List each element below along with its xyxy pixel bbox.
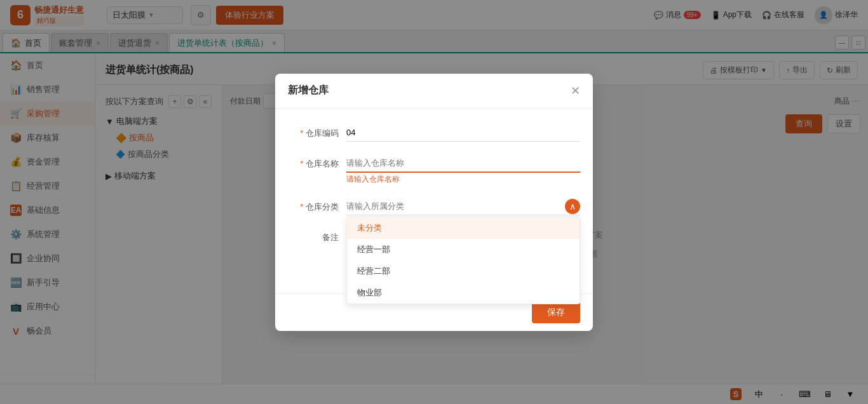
warehouse-category-control: ∧ 未分类 经营一部 经营二部 物业部 <box>346 198 580 215</box>
warehouse-code-label: 仓库编码 <box>288 124 339 139</box>
dropdown-item-dept3[interactable]: 物业部 <box>347 282 580 304</box>
notes-label: 备注 <box>288 228 339 243</box>
warehouse-code-input[interactable] <box>346 124 580 142</box>
modal-title: 新增仓库 <box>288 84 329 97</box>
dropdown-item-unclassified[interactable]: 未分类 <box>347 217 580 239</box>
warehouse-name-input[interactable] <box>346 154 580 173</box>
dropdown-item-dept2[interactable]: 经营二部 <box>347 260 580 282</box>
modal-overlay[interactable]: 新增仓库 ✕ 仓库编码 仓库名称 请输入仓库名称 仓库分类 <box>0 0 868 404</box>
save-button[interactable]: 保存 <box>532 302 580 323</box>
category-dropdown: 未分类 经营一部 经营二部 物业部 <box>346 217 580 304</box>
warehouse-code-control <box>346 124 580 142</box>
modal-body: 仓库编码 仓库名称 请输入仓库名称 仓库分类 ∧ <box>275 109 593 293</box>
warehouse-name-error: 请输入仓库名称 <box>346 174 580 185</box>
form-row-code: 仓库编码 <box>288 124 580 142</box>
warehouse-name-control: 请输入仓库名称 <box>346 154 580 185</box>
warehouse-category-input[interactable] <box>346 198 580 215</box>
warehouse-name-label: 仓库名称 <box>288 154 339 170</box>
modal-header: 新增仓库 ✕ <box>275 74 593 109</box>
category-dropdown-toggle[interactable]: ∧ <box>565 199 580 214</box>
form-row-name: 仓库名称 请输入仓库名称 <box>288 154 580 185</box>
modal-close-button[interactable]: ✕ <box>571 84 580 98</box>
warehouse-category-select-wrap: ∧ <box>346 198 580 215</box>
form-row-category: 仓库分类 ∧ 未分类 经营一部 经营二部 物业部 <box>288 198 580 215</box>
dropdown-item-dept1[interactable]: 经营一部 <box>347 239 580 260</box>
warehouse-category-label: 仓库分类 <box>288 198 339 213</box>
modal-new-warehouse: 新增仓库 ✕ 仓库编码 仓库名称 请输入仓库名称 仓库分类 <box>275 74 593 331</box>
